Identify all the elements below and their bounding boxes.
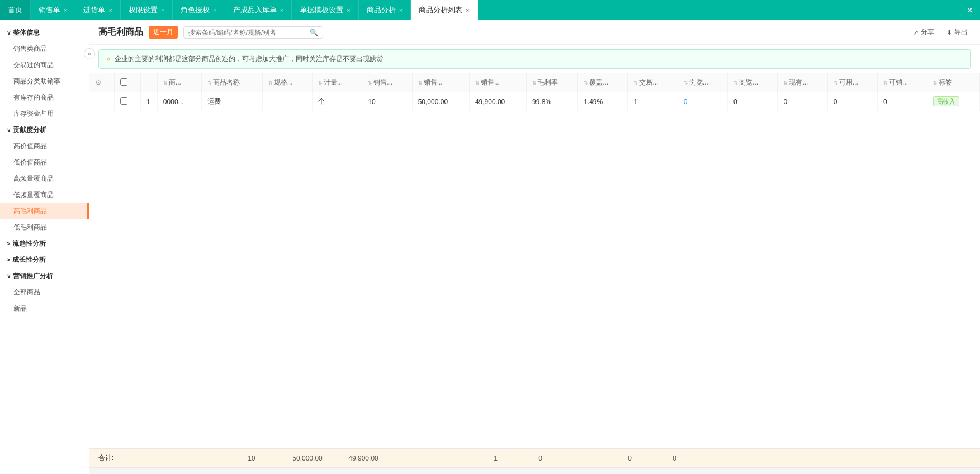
cell-coverage: 1.49% <box>578 92 628 111</box>
period-button[interactable]: 近一月 <box>149 26 178 39</box>
search-box: 🔍 <box>183 26 323 39</box>
col-header-gross-margin-rate: ⇅毛利率 <box>527 73 578 92</box>
nav-item-order-template[interactable]: 单据模板设置× <box>292 0 358 20</box>
sidebar-item-product-classification[interactable]: 商品分类助销率 <box>0 73 89 90</box>
sort-icon-available-stock: ⇅ <box>834 80 838 86</box>
nav-close-purchase-order[interactable]: × <box>108 7 112 13</box>
sidebar-item-high-value[interactable]: 高价值商品 <box>0 138 89 154</box>
nav-item-permission-settings[interactable]: 权限设置× <box>121 0 173 20</box>
footer-sales-cost: 49,900.00 <box>348 454 404 462</box>
sort-icon-product-code: ⇅ <box>163 80 168 86</box>
export-icon: ⬇ <box>946 29 952 36</box>
cell-seq-cell: 1 <box>140 92 157 111</box>
cell-link-browse-count1[interactable]: 0 <box>684 98 688 106</box>
group-arrow-marketing-analysis: ∨ <box>7 273 11 279</box>
cell-browse-count1[interactable]: 0 <box>678 92 727 111</box>
col-header-sales-qty: ⇅销售... <box>362 73 412 92</box>
nav-close-product-analysis-list[interactable]: × <box>466 7 469 13</box>
col-header-settings[interactable]: ⚙ <box>89 73 115 92</box>
col-header-available-stock: ⇅可用... <box>827 73 877 92</box>
nav-close-role-permission[interactable]: × <box>213 7 216 13</box>
nav-item-purchase-order[interactable]: 进货单× <box>75 0 120 20</box>
group-arrow-overall: ∨ <box>7 30 11 36</box>
group-label-growth-analysis: 成长性分析 <box>12 255 46 265</box>
cell-checkbox-cell[interactable] <box>115 92 141 111</box>
sidebar-item-all-products[interactable]: 全部商品 <box>0 284 89 301</box>
sort-icon-trade-count: ⇅ <box>633 80 638 86</box>
nav-item-role-permission[interactable]: 角色授权× <box>173 0 225 20</box>
search-input[interactable] <box>188 29 310 36</box>
col-header-coverage: ⇅覆盖... <box>578 73 628 92</box>
sidebar-item-low-value[interactable]: 低价值商品 <box>0 154 89 171</box>
cell-settings-cell <box>89 92 115 111</box>
info-icon: ✧ <box>106 55 111 63</box>
row-checkbox[interactable] <box>120 97 127 105</box>
sidebar-item-low-frequency[interactable]: 低频量覆商品 <box>0 187 89 203</box>
nav-close-product-warehouse[interactable]: × <box>280 7 283 13</box>
cell-product-code: 0000... <box>157 92 201 111</box>
nav-close-sales-order[interactable]: × <box>64 7 67 13</box>
sort-icon-browse-count1: ⇅ <box>684 80 688 86</box>
share-icon: ↗ <box>913 29 919 36</box>
sort-icon-tag: ⇅ <box>933 80 938 86</box>
nav-item-product-analysis[interactable]: 商品分析× <box>359 0 411 20</box>
page-title: 高毛利商品 <box>98 26 143 38</box>
sidebar-group-wealth-analysis[interactable]: ∨贡献度分析 <box>0 122 89 138</box>
horizontal-scrollbar[interactable] <box>89 467 980 474</box>
content-header: 高毛利商品 近一月 🔍 ↗ 分享 ⬇ 导出 <box>89 20 980 45</box>
cell-unit: 个 <box>313 92 362 111</box>
cell-sellable-stock: 0 <box>878 92 927 111</box>
sidebar-collapse-button[interactable]: « <box>84 48 95 59</box>
col-label-product-name: 商品名称 <box>213 78 240 86</box>
footer-sales-qty: 10 <box>248 454 292 462</box>
nav-close-product-analysis[interactable]: × <box>399 7 403 13</box>
col-header-unit: ⇅计量... <box>313 73 362 92</box>
col-label-sales-amount: 销售... <box>424 78 443 86</box>
col-header-sales-cost: ⇅销售... <box>469 73 526 92</box>
nav-item-sales-order[interactable]: 销售单× <box>31 0 75 20</box>
footer-sales-amount: 50,000.00 <box>292 454 348 462</box>
sidebar-item-traded-products[interactable]: 交易过的商品 <box>0 57 89 73</box>
col-header-seq <box>140 73 157 92</box>
sidebar-group-overall[interactable]: ∨整体信息 <box>0 25 89 41</box>
sidebar-item-sales-products[interactable]: 销售类商品 <box>0 41 89 57</box>
nav-item-home[interactable]: 首页 <box>0 0 31 20</box>
share-button[interactable]: ↗ 分享 <box>910 26 938 39</box>
table-row: 10000...运费个1050,000.0049,900.0099.8%1.49… <box>89 92 980 111</box>
table-header: ⚙⇅商...⇅商品名称⇅规格...⇅计量...⇅销售...⇅销售...⇅销售..… <box>89 73 980 92</box>
table-settings-icon[interactable]: ⚙ <box>95 78 102 87</box>
nav-close-order-template[interactable]: × <box>347 7 350 13</box>
footer-sellable-stock: 0 <box>673 454 717 462</box>
sort-icon-sales-qty: ⇅ <box>368 80 372 86</box>
export-button[interactable]: ⬇ 导出 <box>943 26 971 39</box>
sidebar-group-marketing-analysis[interactable]: ∨营销推广分析 <box>0 268 89 284</box>
nav-item-product-warehouse[interactable]: 产成品入库单× <box>225 0 292 20</box>
cell-tag[interactable]: 高收入 <box>927 92 980 111</box>
nav-close-permission-settings[interactable]: × <box>161 7 164 13</box>
sidebar-item-high-frequency[interactable]: 高频量覆商品 <box>0 171 89 187</box>
sidebar-group-trend-analysis[interactable]: >流趋性分析 <box>0 236 89 252</box>
nav-item-product-analysis-list[interactable]: 商品分析列表× <box>411 0 477 20</box>
sidebar-item-high-margin[interactable]: 高毛利商品 <box>0 203 89 219</box>
group-label-trend-analysis: 流趋性分析 <box>12 239 46 248</box>
search-icon[interactable]: 🔍 <box>310 29 318 36</box>
cell-available-stock: 0 <box>827 92 877 111</box>
main-layout: ∨整体信息销售类商品交易过的商品商品分类助销率有库存的商品库存资金占用∨贡献度分… <box>0 20 980 474</box>
top-navigation: 首页销售单×进货单×权限设置×角色授权×产成品入库单×单据模板设置×商品分析×商… <box>0 0 980 20</box>
sidebar-item-new-products[interactable]: 新品 <box>0 301 89 317</box>
group-label-marketing-analysis: 营销推广分析 <box>13 271 53 281</box>
sidebar-item-inventory-capital[interactable]: 库存资金占用 <box>0 106 89 122</box>
sidebar-item-low-margin[interactable]: 低毛利商品 <box>0 219 89 236</box>
sidebar-group-growth-analysis[interactable]: >成长性分析 <box>0 252 89 268</box>
footer-sum-row: 合计: 10 50,000.00 49,900.00 1 0 0 0 <box>89 448 980 467</box>
group-label-wealth-analysis: 贡献度分析 <box>13 125 46 135</box>
col-label-sellable-stock: 可销... <box>889 78 908 86</box>
sidebar-item-inventory-products[interactable]: 有库存的商品 <box>0 90 89 106</box>
col-label-current-stock: 现有... <box>789 78 808 86</box>
close-all-tabs[interactable]: ✕ <box>960 0 980 20</box>
select-all-checkbox[interactable] <box>120 78 127 86</box>
group-arrow-trend-analysis: > <box>7 241 10 247</box>
col-header-current-stock: ⇅现有... <box>778 73 827 92</box>
sort-icon-sales-cost: ⇅ <box>475 80 480 86</box>
sort-icon-unit: ⇅ <box>318 80 323 86</box>
